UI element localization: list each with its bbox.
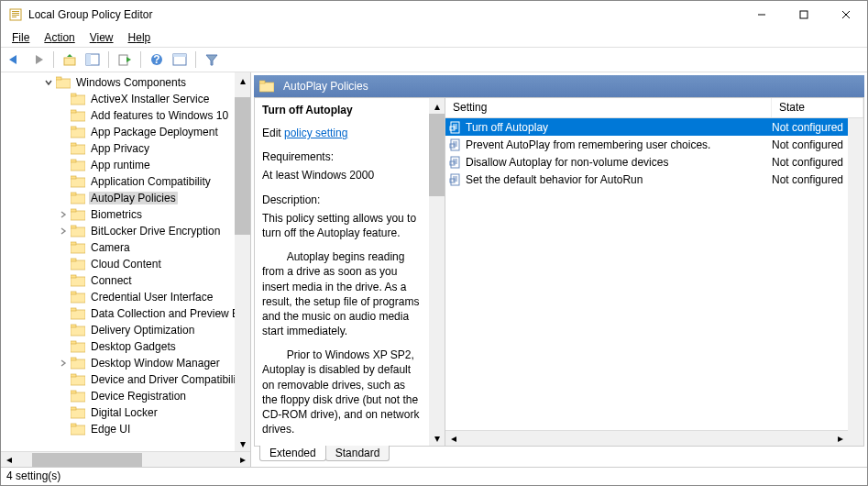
expand-icon[interactable] [58,341,69,352]
tree-item[interactable]: Device and Driver Compatibilit [1,371,250,388]
tree-item[interactable]: Camera [1,239,250,256]
svg-marker-12 [67,54,72,57]
tree-item[interactable]: Cloud Content [1,256,250,272]
maximize-button[interactable] [783,1,825,28]
expand-icon[interactable] [58,275,69,286]
expand-icon[interactable] [58,242,69,253]
expand-icon[interactable] [58,127,69,138]
tree-item-root[interactable]: Windows Components [1,74,250,91]
toolbar-separator [140,51,141,68]
settings-row[interactable]: Disallow Autoplay for non-volume devices… [445,153,863,171]
tree-item[interactable]: App runtime [1,157,250,173]
scroll-right-icon[interactable]: ▸ [235,452,250,468]
description-text: Autoplay begins reading from a drive as … [262,249,437,338]
window-title: Local Group Policy Editor [28,8,741,21]
menu-file[interactable]: File [6,29,35,46]
scroll-left-icon[interactable]: ◂ [1,452,16,468]
column-setting[interactable]: Setting [445,98,772,117]
properties-button[interactable] [170,50,190,70]
forward-button[interactable] [27,50,48,70]
tree-item[interactable]: App Package Deployment [1,124,250,140]
expand-icon[interactable] [58,209,69,220]
tree-scroll[interactable]: Windows ComponentsActiveX Installer Serv… [1,72,250,451]
tree-item[interactable]: ActiveX Installer Service [1,91,250,107]
tree-label: Biometrics [89,208,144,221]
tree-item[interactable]: Connect [1,272,250,289]
expand-icon[interactable] [58,226,69,237]
expand-icon[interactable] [58,374,69,385]
titlebar: Local Group Policy Editor [1,1,867,28]
scroll-thumb[interactable] [429,114,445,196]
svg-rect-33 [71,160,76,162]
tree-vertical-scrollbar[interactable]: ▴ ▾ [235,72,250,451]
expand-icon[interactable] [58,325,69,336]
expand-icon[interactable] [58,160,69,171]
column-state[interactable]: State [772,98,863,117]
toolbar-separator [108,51,109,68]
tree-item[interactable]: Add features to Windows 10 [1,107,250,124]
details-header-title: AutoPlay Policies [283,80,368,93]
scroll-down-icon[interactable]: ▾ [235,436,250,451]
scroll-down-icon[interactable]: ▾ [429,430,445,446]
expand-icon[interactable] [58,391,69,402]
filter-button[interactable] [202,50,222,70]
expand-icon[interactable] [58,292,69,303]
tree-item[interactable]: App Privacy [1,140,250,157]
tree-label: Desktop Gadgets [89,340,178,353]
expand-icon[interactable] [58,94,69,105]
settings-row[interactable]: Prevent AutoPlay from remembering user c… [445,136,863,153]
menu-help[interactable]: Help [123,29,157,46]
menu-view[interactable]: View [84,29,119,46]
expand-icon[interactable] [58,259,69,270]
expand-icon[interactable] [58,193,69,204]
help-button[interactable]: ? [147,50,167,70]
menu-action[interactable]: Action [38,29,80,46]
tree-item[interactable]: Delivery Optimization [1,322,250,338]
tab-standard[interactable]: Standard [325,446,390,461]
up-button[interactable] [60,50,80,70]
collapse-icon[interactable] [43,77,54,88]
expand-icon[interactable] [58,143,69,154]
settings-row[interactable]: Turn off AutoplayNot configured [445,118,863,136]
svg-rect-62 [71,409,85,418]
scroll-left-icon[interactable]: ◂ [445,432,461,445]
settings-row[interactable]: Set the default behavior for AutoRunNot … [445,171,863,188]
scroll-thumb[interactable] [235,97,250,235]
expand-icon[interactable] [58,358,69,369]
expand-icon[interactable] [58,407,69,418]
tab-extended[interactable]: Extended [259,446,326,461]
tree-item[interactable]: Biometrics [1,206,250,223]
app-icon [8,7,23,22]
tree-item[interactable]: Desktop Gadgets [1,338,250,355]
policy-icon [449,173,462,186]
svg-rect-25 [71,94,76,96]
description-scrollbar[interactable]: ▴ ▾ [429,98,445,446]
expand-icon[interactable] [58,110,69,121]
tree-item[interactable]: Application Compatibility [1,173,250,190]
export-button[interactable] [115,50,135,70]
tree-item[interactable]: Desktop Window Manager [1,355,250,371]
expand-icon[interactable] [58,308,69,319]
close-button[interactable] [825,1,867,28]
list-horizontal-scrollbar[interactable]: ◂ ▸ [445,430,848,446]
tree-item[interactable]: AutoPlay Policies [1,190,250,206]
scroll-up-icon[interactable]: ▴ [235,72,250,88]
scroll-right-icon[interactable]: ▸ [832,432,848,445]
edit-policy-link[interactable]: policy setting [284,127,347,139]
tree-item[interactable]: Credential User Interface [1,289,250,305]
scroll-thumb[interactable] [32,453,142,467]
tree-item[interactable]: Data Collection and Preview B [1,305,250,322]
scroll-up-icon[interactable]: ▴ [429,98,445,114]
tree-item[interactable]: Digital Locker [1,404,250,421]
tree-item[interactable]: Edge UI [1,421,250,437]
expand-icon[interactable] [58,176,69,187]
expand-icon[interactable] [58,424,69,435]
back-button[interactable] [5,50,25,70]
show-hide-tree-button[interactable] [82,50,103,70]
minimize-button[interactable] [741,1,783,28]
tree-item[interactable]: BitLocker Drive Encryption [1,223,250,239]
tree-item[interactable]: Device Registration [1,388,250,404]
list-vertical-scrollbar[interactable] [848,118,863,446]
svg-rect-22 [56,79,71,88]
tree-horizontal-scrollbar[interactable]: ◂ ▸ [1,451,250,467]
